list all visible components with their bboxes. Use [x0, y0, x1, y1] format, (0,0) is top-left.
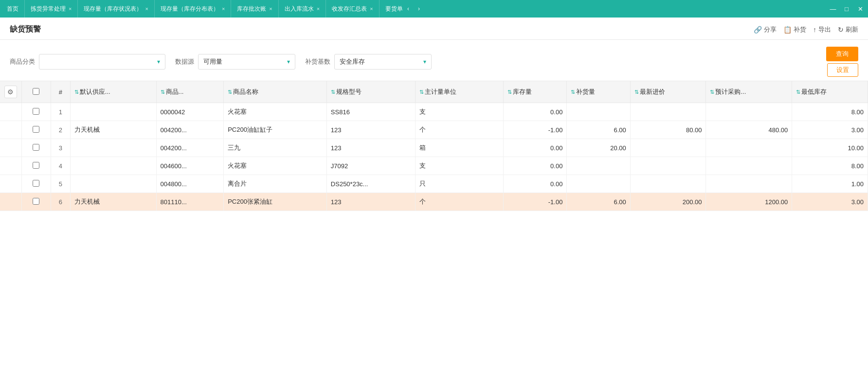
query-button[interactable]: 查询	[826, 47, 858, 61]
tab-item-stock-status[interactable]: 现存量（库存状况表）×	[78, 0, 154, 18]
replenish-base-chevron-icon: ▾	[423, 58, 426, 65]
share-button[interactable]: 🔗 分享	[754, 25, 777, 34]
table-cell: 箱	[416, 139, 504, 157]
filter-actions: 查询 设置	[826, 47, 858, 77]
table-cell[interactable]	[21, 175, 51, 193]
table-cell: 个	[416, 193, 504, 211]
table-cell[interactable]	[21, 139, 51, 157]
select-all-checkbox[interactable]	[33, 88, 39, 95]
row-checkbox[interactable]	[33, 162, 39, 169]
row-checkbox[interactable]	[33, 144, 39, 151]
tab-close-icon[interactable]: ×	[145, 6, 148, 12]
replenish-button[interactable]: 📋 补货	[783, 25, 806, 34]
replenish-base-select[interactable]: 安全库存 ▾	[334, 54, 432, 70]
table-cell: 0000042	[156, 103, 224, 121]
col-code-header[interactable]: ⇅商品...	[156, 81, 224, 103]
tab-item-receipt-summary[interactable]: 收发存汇总表×	[326, 0, 379, 18]
price-sort-icon: ⇅	[634, 89, 639, 95]
window-minimize-btn[interactable]: —	[826, 0, 840, 18]
tab-item-stock-dist[interactable]: 现存量（库存分布表）×	[155, 0, 231, 18]
export-button[interactable]: ↑ 导出	[813, 25, 831, 34]
table-cell	[70, 157, 156, 175]
col-purchase-header[interactable]: ⇅预计采购...	[706, 81, 792, 103]
table-cell	[0, 139, 21, 157]
datasource-chevron-icon: ▾	[287, 58, 290, 65]
col-replenish-header[interactable]: ⇅补货量	[567, 81, 630, 103]
tab-label: 库存批次账	[237, 5, 266, 13]
row-checkbox[interactable]	[33, 126, 39, 133]
category-chevron-icon: ▾	[157, 58, 160, 65]
tab-item-home[interactable]: 首页	[1, 0, 25, 18]
header-actions: 🔗 分享 📋 补货 ↑ 导出 ↻ 刷新	[754, 25, 858, 34]
table-cell	[706, 157, 792, 175]
col-unit-header[interactable]: ⇅主计量单位	[416, 81, 504, 103]
replenish-sort-icon: ⇅	[571, 89, 575, 95]
tab-nav-prev[interactable]: ‹	[403, 0, 414, 18]
table-cell: 支	[416, 103, 504, 121]
table-cell: 2	[51, 121, 70, 139]
tab-item-order-stats[interactable]: 要货单统计表×	[380, 0, 403, 18]
table-cell: 123	[326, 139, 415, 157]
table-cell: 3	[51, 139, 70, 157]
tab-close-icon[interactable]: ×	[370, 6, 373, 12]
table-cell: 三九	[224, 139, 327, 157]
table-cell	[567, 175, 630, 193]
tab-close-icon[interactable]: ×	[69, 6, 72, 12]
table-cell[interactable]	[21, 193, 51, 211]
row-checkbox[interactable]	[33, 198, 39, 205]
table-cell: 004600...	[156, 157, 224, 175]
col-stock-header[interactable]: ⇅库存量	[504, 81, 567, 103]
table-settings-icon[interactable]: ⚙	[4, 86, 17, 98]
col-spec-header[interactable]: ⇅规格型号	[326, 81, 415, 103]
table-cell: 火花塞	[224, 103, 327, 121]
table-cell: SS816	[326, 103, 415, 121]
table-cell: 3.00	[792, 121, 868, 139]
settings-button[interactable]: 设置	[827, 63, 858, 77]
spec-sort-icon: ⇅	[331, 89, 335, 95]
datasource-select[interactable]: 可用量 ▾	[198, 54, 295, 70]
table-cell	[0, 157, 21, 175]
table-cell[interactable]	[21, 103, 51, 121]
col-checkbox-header	[21, 81, 51, 103]
table-cell: 123	[326, 193, 415, 211]
row-checkbox[interactable]	[33, 108, 39, 115]
table-container: ⚙ # ⇅默认供应... ⇅商品... ⇅商品名称 ⇅规格型号 ⇅主计量单位 ⇅…	[0, 81, 868, 211]
col-supplier-header[interactable]: ⇅默认供应...	[70, 81, 156, 103]
window-close-btn[interactable]: ✕	[853, 0, 867, 18]
table-cell: 6.00	[567, 121, 630, 139]
table-cell: 1	[51, 103, 70, 121]
table-cell[interactable]	[21, 121, 51, 139]
col-price-header[interactable]: ⇅最新进价	[630, 81, 706, 103]
col-minstock-header[interactable]: ⇅最低库存	[792, 81, 868, 103]
tab-close-icon[interactable]: ×	[269, 6, 272, 12]
shortage-table: ⚙ # ⇅默认供应... ⇅商品... ⇅商品名称 ⇅规格型号 ⇅主计量单位 ⇅…	[0, 81, 868, 211]
table-cell: 4	[51, 157, 70, 175]
row-checkbox[interactable]	[33, 180, 39, 187]
replenish-icon: 📋	[783, 26, 792, 34]
table-cell: 个	[416, 121, 504, 139]
col-num-header: #	[51, 81, 70, 103]
col-name-header[interactable]: ⇅商品名称	[224, 81, 327, 103]
table-cell: 力天机械	[70, 193, 156, 211]
tab-nav-next[interactable]: ›	[414, 0, 424, 18]
table-cell[interactable]	[21, 157, 51, 175]
table-cell: 5	[51, 175, 70, 193]
refresh-button[interactable]: ↻ 刷新	[838, 25, 858, 34]
tab-item-batch-ledger[interactable]: 库存批次账×	[231, 0, 278, 18]
tab-close-icon[interactable]: ×	[222, 6, 225, 12]
window-maximize-btn[interactable]: □	[840, 0, 853, 18]
table-cell: 20.00	[567, 139, 630, 157]
col-settings: ⚙	[0, 81, 21, 103]
tab-item-abnormal[interactable]: 拣货异常处理×	[25, 0, 78, 18]
table-cell	[0, 103, 21, 121]
category-select[interactable]: ▾	[39, 54, 165, 70]
table-cell: 8.00	[792, 103, 868, 121]
tab-item-inout-flow[interactable]: 出入库流水×	[279, 0, 326, 18]
table-cell	[706, 175, 792, 193]
tab-close-icon[interactable]: ×	[317, 6, 320, 12]
table-cell	[706, 139, 792, 157]
datasource-filter-group: 数据源 可用量 ▾	[175, 54, 295, 70]
table-cell: 0.00	[504, 175, 567, 193]
table-cell	[70, 103, 156, 121]
category-label: 商品分类	[10, 57, 35, 66]
